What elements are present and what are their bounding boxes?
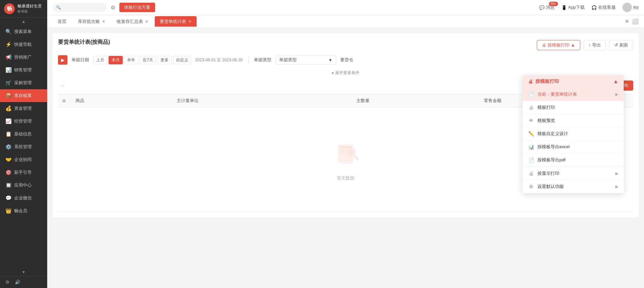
- tab-close-all-icon[interactable]: ✕: [625, 18, 629, 25]
- sound-icon[interactable]: 🔊: [15, 280, 20, 285]
- sidebar-item-member[interactable]: 👑 畅会员: [0, 204, 47, 217]
- sidebar-scroll-down[interactable]: ▼: [0, 268, 47, 276]
- sidebar-item-quick-nav[interactable]: ⚡ 快捷导航: [0, 38, 47, 51]
- topbar-search[interactable]: 🔍: [53, 3, 107, 12]
- sidebar-item-sales[interactable]: 📊 销售管理: [0, 64, 47, 76]
- sidebar-item-basic[interactable]: 📋 基础信息: [0, 128, 47, 140]
- print-btn[interactable]: 🖨 按模板打印 ▲: [537, 40, 580, 50]
- order-type-select[interactable]: 单据类型 ▼: [275, 55, 336, 65]
- date-btn-this-month[interactable]: 本月: [109, 56, 123, 64]
- dropdown-template-print-icon: 🖨: [528, 105, 534, 110]
- sidebar-item-finance[interactable]: 💰 资金管理: [0, 102, 47, 115]
- app-download-item[interactable]: 📱 App下载: [561, 4, 585, 10]
- dropdown-item-export-excel[interactable]: 📊 按模板导出excel: [523, 140, 624, 154]
- export-btn[interactable]: ↑ 导出: [584, 40, 606, 50]
- sidebar-item-newbie[interactable]: 🎯 新手引导: [0, 166, 47, 179]
- date-btn-7days[interactable]: 近7天: [140, 56, 156, 64]
- online-service-item[interactable]: 🎧 在线客服: [591, 4, 616, 10]
- sidebar-item-system[interactable]: ⚙️ 系统管理: [0, 140, 47, 153]
- dropdown-item-export-pdf[interactable]: 📄 按模板导出pdf: [523, 154, 624, 167]
- refresh-btn-label: 刷新: [619, 42, 628, 48]
- sidebar-item-operation[interactable]: 📈 经营管理: [0, 115, 47, 128]
- tab-batch-label: 库存批次账: [78, 19, 100, 25]
- empty-icon: [332, 138, 359, 170]
- gear-icon[interactable]: ⚙: [111, 4, 115, 11]
- export-btn-label: 导出: [592, 42, 601, 48]
- sidebar-item-member-label: 畅会员: [14, 208, 27, 214]
- dropdown-item-default-fn-label: 设置默认功能: [537, 184, 564, 190]
- dropdown-item-display-print[interactable]: 🖨 按显示打印 ▶: [523, 167, 624, 180]
- app-icon: 📱: [561, 5, 567, 10]
- dropdown-item-display-expand: ▶: [615, 171, 618, 176]
- print-icon: 🖨: [542, 42, 546, 47]
- user-avatar-item[interactable]: Rit: [622, 3, 639, 12]
- message-item[interactable]: 💬 消息 99+: [539, 4, 555, 10]
- toolbar-more-dots[interactable]: ···: [58, 82, 67, 90]
- date-btn-more[interactable]: 更多: [157, 56, 172, 64]
- sidebar-item-enterprise-label: 企业协同: [14, 157, 32, 163]
- tab-home[interactable]: 首页: [53, 16, 71, 27]
- date-btn-custom[interactable]: 自定义: [173, 56, 191, 64]
- operation-icon: 📈: [5, 118, 11, 124]
- sidebar-item-apps-label: 应用中心: [14, 182, 32, 188]
- dropdown-export-pdf-icon: 📄: [528, 157, 534, 163]
- print-btn-label: 按模板打印: [548, 42, 569, 48]
- dropdown-item-export-pdf-label: 按模板导出pdf: [537, 157, 565, 163]
- table-col-settings[interactable]: ⚙: [58, 94, 71, 107]
- refresh-icon: ↺: [614, 42, 618, 47]
- dropdown-item-export-excel-label: 按模板导出excel: [537, 144, 569, 150]
- dropdown-template-design-icon: ✏️: [528, 131, 534, 136]
- filter-expand-btn[interactable]: ▶: [58, 55, 67, 65]
- message-icon: 💬: [539, 5, 545, 10]
- tab-batch-close[interactable]: ✕: [102, 19, 105, 24]
- dropdown-export-excel-icon: 📊: [528, 144, 534, 150]
- table-settings-icon[interactable]: ⚙: [62, 98, 66, 103]
- expand-more-icon: ▾: [332, 71, 334, 75]
- filter-row: ▶ 单据日期 上月 本月 本年 近7天 更多 自定义 2023-06-01 至 …: [58, 55, 633, 65]
- refresh-btn[interactable]: ↺ 刷新: [609, 40, 633, 50]
- tab-order-label: 要货单统计表: [160, 19, 186, 25]
- date-btn-this-year[interactable]: 本年: [124, 56, 138, 64]
- sidebar-item-purchase[interactable]: 🛒 采购管理: [0, 76, 47, 89]
- sidebar-item-search[interactable]: 🔍 搜索菜单: [0, 25, 47, 38]
- trial-button[interactable]: 体验行业方案: [119, 3, 155, 12]
- tab-maximize-icon[interactable]: ⬜: [632, 18, 639, 25]
- sidebar-scroll-up[interactable]: ▲: [0, 18, 47, 25]
- avatar: [622, 3, 632, 12]
- topbar-search-icon: 🔍: [56, 5, 61, 10]
- table-col-goods: 商品: [71, 94, 173, 107]
- dropdown-current-icon: 📄: [528, 92, 534, 97]
- page-title: 要货单统计表(按商品): [58, 39, 110, 46]
- sidebar: 畅 畅康通好生意 标准版 ▲ 🔍 搜索菜单 ⚡ 快捷导航 📢 营销推广 📊 销售…: [0, 0, 47, 288]
- dropdown-item-template-preview[interactable]: 👁 模板预览: [523, 114, 624, 127]
- settings-icon[interactable]: ⚙: [5, 280, 9, 285]
- date-range-text: 2023-06-01 至 2023-06-30: [195, 57, 243, 63]
- dropdown-close-btn[interactable]: ▲: [613, 78, 618, 85]
- sidebar-item-quick-label: 快捷导航: [14, 41, 32, 47]
- sidebar-item-apps[interactable]: 🔲 应用中心: [0, 179, 47, 192]
- empty-text: 暂无数据: [337, 175, 354, 181]
- sidebar-item-basic-label: 基础信息: [14, 131, 32, 137]
- order-type-select-label: 单据类型: [279, 57, 297, 63]
- tab-batch-account[interactable]: 库存批次账 ✕: [73, 16, 110, 27]
- date-btn-last-month[interactable]: 上月: [93, 56, 107, 64]
- sidebar-item-finance-label: 资金管理: [14, 105, 32, 111]
- tab-collection-summary[interactable]: 收发存汇总表 ✕: [112, 16, 153, 27]
- tab-collection-label: 收发存汇总表: [117, 19, 143, 25]
- tab-collection-close[interactable]: ✕: [145, 19, 148, 24]
- dropdown-item-template-design[interactable]: ✏️ 模板自定义设计: [523, 127, 624, 140]
- sidebar-item-sales-label: 销售管理: [14, 67, 32, 73]
- svg-point-6: [348, 149, 354, 156]
- tab-order-summary[interactable]: 要货单统计表 ✕: [155, 16, 197, 27]
- sidebar-item-wechat[interactable]: 💬 企业微信: [0, 192, 47, 204]
- tab-order-close[interactable]: ✕: [188, 19, 192, 24]
- sidebar-item-search-label: 搜索菜单: [14, 29, 32, 35]
- logo-title: 畅康通好生意: [18, 4, 42, 9]
- sidebar-item-enterprise[interactable]: 🤝 企业协同: [0, 153, 47, 166]
- dropdown-item-current[interactable]: 📄 当前：要货单统计表 ▶: [523, 88, 624, 101]
- sidebar-item-marketing[interactable]: 📢 营销推广: [0, 51, 47, 64]
- dropdown-item-template-print[interactable]: 🖨 模板打印: [523, 101, 624, 114]
- dropdown-item-default-fn[interactable]: ⚙ 设置默认功能 ▶: [523, 180, 624, 193]
- sidebar-item-inventory[interactable]: 📦 库存核算: [0, 89, 47, 102]
- dropdown-print-icon: 🖨: [528, 79, 533, 84]
